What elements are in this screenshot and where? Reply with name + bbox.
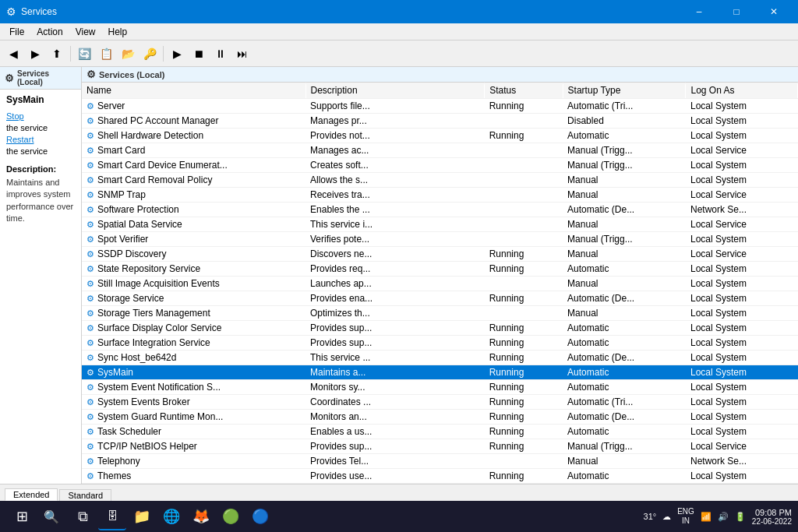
table-row[interactable]: ⚙Still Image Acquisition EventsLaunches …	[82, 277, 798, 291]
taskbar-app-extra[interactable]: 🔵	[246, 502, 274, 530]
col-header-desc[interactable]: Description	[305, 83, 485, 99]
taskbar-app-task-view[interactable]: ⧉	[69, 502, 97, 530]
col-header-name[interactable]: Name	[82, 83, 305, 99]
taskbar-app-edge[interactable]: 🌐	[157, 502, 185, 530]
taskbar-right: 31° ☁ ENGIN 📶 🔊 🔋 09:08 PM 22-06-2022	[644, 507, 792, 526]
taskbar-app-services[interactable]: 🗄	[98, 502, 126, 530]
table-row[interactable]: ⚙Smart Card Removal PolicyAllows the s..…	[82, 173, 798, 188]
tab-standard[interactable]: Standard	[59, 489, 111, 501]
table-row[interactable]: ⚙SysMainMaintains a...RunningAutomaticLo…	[82, 365, 798, 380]
table-row[interactable]: ⚙Shell Hardware DetectionProvides not...…	[82, 129, 798, 143]
left-panel: ⚙ Services (Local) SysMain Stop the serv…	[0, 67, 82, 484]
menu-file[interactable]: File	[3, 25, 30, 39]
table-row[interactable]: ⚙Sync Host_be642dThis service ...Running…	[82, 351, 798, 365]
col-header-logon[interactable]: Log On As	[686, 83, 798, 99]
content-header-icon: ⚙	[87, 69, 96, 80]
service-icon: ⚙	[87, 264, 94, 273]
restart-link[interactable]: Restart	[6, 135, 75, 144]
table-row[interactable]: ⚙Software ProtectionEnables the ...Autom…	[82, 203, 798, 217]
table-row[interactable]: ⚙Spot VerifierVerifies pote...Manual (Tr…	[82, 232, 798, 247]
table-row[interactable]: ⚙Storage Tiers ManagementOptimizes th...…	[82, 306, 798, 321]
table-row[interactable]: ⚙System Events BrokerCoordinates ...Runn…	[82, 395, 798, 410]
service-icon: ⚙	[87, 338, 94, 347]
table-row[interactable]: ⚙SNMP TrapReceives tra...ManualLocal Ser…	[82, 188, 798, 203]
service-icon: ⚙	[87, 397, 94, 407]
taskbar-lang: ENGIN	[677, 507, 694, 526]
menu-action[interactable]: Action	[30, 25, 69, 39]
taskbar-app-chrome[interactable]: 🟢	[217, 502, 245, 530]
table-row[interactable]: ⚙Surface Integration ServiceProvides sup…	[82, 336, 798, 351]
sidebar-header-label: Services (Local)	[17, 69, 76, 86]
content-header: ⚙ Services (Local)	[82, 67, 798, 83]
sidebar-service-name: SysMain	[6, 94, 75, 105]
service-icon: ⚙	[87, 131, 94, 140]
service-icon: ⚙	[87, 456, 94, 466]
toolbar-up[interactable]: ⬆	[47, 44, 67, 64]
table-row[interactable]: ⚙SSDP DiscoveryDiscovers ne...RunningMan…	[82, 247, 798, 262]
stop-link[interactable]: Stop	[6, 111, 75, 121]
close-button[interactable]: ✕	[756, 0, 792, 23]
title-bar-title: Services	[21, 6, 681, 17]
table-row[interactable]: ⚙Task SchedulerEnables a us...RunningAut…	[82, 425, 798, 439]
sidebar-stop-line: Stop the service	[6, 111, 75, 133]
title-bar: ⚙ Services – □ ✕	[0, 0, 798, 23]
services-table[interactable]: Name Description Status Startup Type Log…	[82, 83, 798, 484]
table-row[interactable]: ⚙TCP/IP NetBIOS HelperProvides sup...Run…	[82, 439, 798, 454]
table-row[interactable]: ⚙ThemesProvides use...RunningAutomaticLo…	[82, 469, 798, 484]
toolbar-forward[interactable]: ▶	[25, 44, 45, 64]
taskbar: ⊞ 🔍 ⧉ 🗄 📁 🌐 🦊 🟢 🔵 31° ☁ ENGIN 📶 🔊 🔋 09:0…	[0, 501, 798, 532]
toolbar: ◀ ▶ ⬆ 🔄 📋 📂 🔑 ▶ ⏹ ⏸ ⏭	[0, 41, 798, 67]
col-header-status[interactable]: Status	[485, 83, 563, 99]
service-icon: ⚙	[87, 412, 94, 421]
toolbar-start[interactable]: ▶	[167, 44, 187, 64]
table-row[interactable]: ⚙State Repository ServiceProvides req...…	[82, 262, 798, 277]
toolbar-open[interactable]: 📂	[118, 44, 138, 64]
table-row[interactable]: ⚙TelephonyProvides Tel...ManualNetwork S…	[82, 454, 798, 469]
table-row[interactable]: ⚙System Event Notification S...Monitors …	[82, 380, 798, 395]
taskbar-app-firefox[interactable]: 🦊	[187, 502, 215, 530]
toolbar-restart[interactable]: ⏭	[232, 44, 252, 64]
stop-text: the service	[6, 123, 48, 132]
menu-help[interactable]: Help	[102, 25, 134, 39]
main-area: ⚙ Services (Local) SysMain Stop the serv…	[0, 67, 798, 484]
services-tbody: ⚙RPC Endpoint MapperResolves RP...Runnin…	[82, 83, 798, 484]
table-row[interactable]: ⚙Spatial Data ServiceThis service i...Ma…	[82, 217, 798, 232]
toolbar-refresh[interactable]: 🔄	[74, 44, 94, 64]
minimize-button[interactable]: –	[681, 0, 717, 23]
service-icon: ⚙	[87, 427, 94, 436]
toolbar-pause[interactable]: ⏸	[210, 44, 231, 64]
title-bar-icon: ⚙	[6, 5, 16, 18]
toolbar-key[interactable]: 🔑	[139, 44, 160, 64]
table-row[interactable]: ⚙Surface Display Color ServiceProvides s…	[82, 321, 798, 336]
table-row[interactable]: ⚙Storage ServiceProvides ena...RunningAu…	[82, 291, 798, 306]
toolbar-properties[interactable]: 📋	[96, 44, 116, 64]
tab-extended[interactable]: Extended	[5, 488, 58, 501]
taskbar-volume-icon: 🔊	[718, 512, 729, 522]
search-button[interactable]: 🔍	[37, 502, 65, 530]
service-icon: ⚙	[87, 308, 94, 318]
toolbar-stop[interactable]: ⏹	[189, 44, 209, 64]
taskbar-time-value: 09:08 PM	[752, 508, 792, 517]
service-icon: ⚙	[87, 160, 94, 170]
service-icon: ⚙	[87, 101, 94, 111]
taskbar-app-explorer[interactable]: 📁	[128, 502, 156, 530]
table-row[interactable]: ⚙Shared PC Account ManagerManages pr...D…	[82, 114, 798, 129]
menu-bar: File Action View Help	[0, 23, 798, 41]
start-button[interactable]: ⊞	[6, 502, 37, 530]
sidebar-restart-line: Restart the service	[6, 135, 75, 157]
table-row[interactable]: ⚙System Guard Runtime Mon...Monitors an.…	[82, 410, 798, 425]
toolbar-back[interactable]: ◀	[3, 44, 23, 64]
service-icon: ⚙	[87, 190, 94, 199]
service-icon: ⚙	[87, 368, 94, 377]
right-content: ⚙ Services (Local) Name Description Stat…	[82, 67, 798, 484]
col-header-startup[interactable]: Startup Type	[563, 83, 686, 99]
service-icon: ⚙	[87, 279, 94, 288]
service-icon: ⚙	[87, 205, 94, 214]
table-row[interactable]: ⚙Smart Card Device Enumerat...Creates so…	[82, 158, 798, 173]
title-bar-controls: – □ ✕	[681, 0, 792, 23]
table-row[interactable]: ⚙ServerSupports file...RunningAutomatic …	[82, 99, 798, 114]
service-icon: ⚙	[87, 442, 94, 451]
maximize-button[interactable]: □	[719, 0, 754, 23]
menu-view[interactable]: View	[69, 25, 102, 39]
table-row[interactable]: ⚙Smart CardManages ac...Manual (Trigg...…	[82, 143, 798, 158]
